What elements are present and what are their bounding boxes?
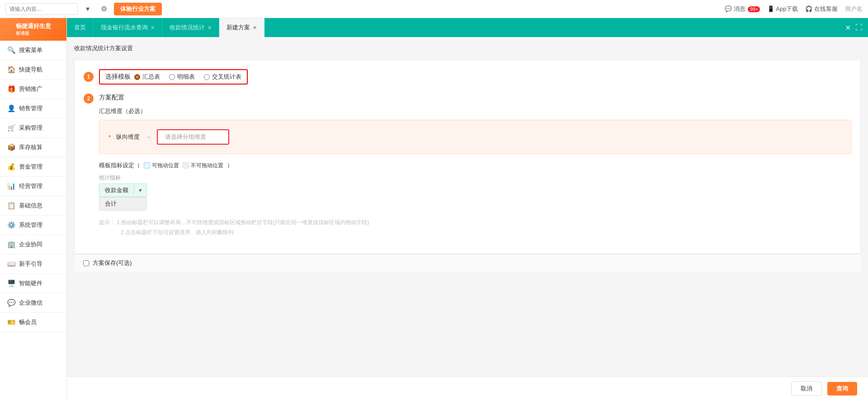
finance-icon: 💰 — [7, 163, 15, 171]
sidebar-item-basic-info[interactable]: 📋基础信息 — [0, 196, 66, 216]
indicator-tags: 统计指标 收款金额 ▼ 合计 — [99, 174, 851, 211]
radio-detail-input[interactable] — [169, 74, 175, 80]
indicator-title-close: ） — [227, 161, 233, 169]
sidebar-item-quick-nav[interactable]: 🏠快捷导航 — [0, 60, 66, 80]
subtotal-tag: 合计 — [99, 197, 147, 211]
main-container: 畅捷通好生意 标准版 🔍搜索菜单🏠快捷导航🎁营销推广👤销售管理🛒采购管理📦库存核… — [0, 18, 868, 400]
top-bar-right: 💬 消息 99+ 📱 App下载 🎧 在线客服 用户名 — [725, 5, 863, 13]
section-1-number: 1 — [84, 72, 94, 82]
tab-bar: 首页 现金银行流水查询 ✕ 收款情况统计 ✕ 新建方案 ✕ ✕ ⛶ — [67, 18, 868, 37]
query-button[interactable]: 查询 — [827, 382, 857, 395]
tab-close-btn[interactable]: ✕ — [845, 24, 851, 32]
indicator-column: 统计指标 收款金额 ▼ 合计 — [99, 174, 147, 211]
sidebar-item-enterprise[interactable]: 🏢企业协同 — [0, 235, 66, 254]
sidebar-item-inventory[interactable]: 📦库存核算 — [0, 138, 66, 157]
sidebar-item-label: 经营管理 — [19, 182, 42, 190]
sidebar-item-label: 库存核算 — [19, 143, 42, 151]
radio-summary-label: 汇总表 — [142, 73, 160, 81]
sidebar-item-guide[interactable]: 📖新手引导 — [0, 254, 66, 274]
content-area: 首页 现金银行流水查询 ✕ 收款情况统计 ✕ 新建方案 ✕ ✕ ⛶ 收款情况统计… — [67, 18, 868, 400]
tab-new-plan[interactable]: 新建方案 ✕ — [219, 18, 264, 37]
tip-2: 2.点击标题栏下拉可设置排序、插入列和删除列 — [99, 228, 851, 238]
tab-new-plan-close[interactable]: ✕ — [253, 25, 257, 31]
radio-summary-input[interactable] — [134, 74, 140, 80]
radio-cross[interactable]: 交叉统计表 — [204, 73, 241, 81]
sidebar-item-wechat[interactable]: 💬企业微信 — [0, 293, 66, 313]
logo-text: 畅捷通好生意 — [16, 22, 51, 30]
notification-label: 消息 — [734, 5, 745, 12]
dimension-select[interactable]: 请选择分组维度 — [157, 129, 229, 145]
sidebar-item-label: 畅会员 — [19, 318, 37, 326]
sidebar-item-label: 企业协同 — [19, 240, 42, 249]
section-1: 1 选择模板 汇总表 明细表 — [84, 69, 851, 85]
sidebar-item-label: 搜索菜单 — [19, 46, 42, 54]
sidebar-item-label: 销售管理 — [19, 104, 42, 113]
logo-sub: 标准版 — [16, 30, 51, 37]
save-checkbox[interactable] — [83, 260, 89, 266]
notification-badge: 99+ — [748, 6, 760, 12]
section-2-number: 2 — [84, 94, 94, 104]
marketing-icon: 🎁 — [7, 85, 15, 93]
sidebar-item-member[interactable]: 🎫畅会员 — [0, 313, 66, 332]
tab-home[interactable]: 首页 — [67, 18, 94, 37]
tab-collection-stat-close[interactable]: ✕ — [208, 25, 212, 31]
tab-collection-stat[interactable]: 收款情况统计 ✕ — [162, 18, 219, 37]
dimension-row: * 纵向维度 → 请选择分组维度 — [108, 129, 842, 145]
app-download-link[interactable]: 📱 App下载 — [767, 5, 798, 13]
sidebar-item-label: 智能硬件 — [19, 279, 42, 287]
settings-icon[interactable]: ⚙ — [98, 3, 110, 15]
radio-detail-label: 明细表 — [177, 73, 195, 81]
page-title: 收款情况统计方案设置 — [74, 44, 861, 52]
template-section: 选择模板 汇总表 明细表 — [99, 69, 248, 85]
indicator-title-text: 模板指标设定（ — [99, 161, 140, 169]
dimension-placeholder: 请选择分组维度 — [165, 133, 206, 140]
inventory-icon: 📦 — [7, 143, 15, 151]
radio-group: 汇总表 明细表 交叉统计表 — [134, 73, 241, 81]
online-service-link[interactable]: 🎧 在线客服 — [805, 5, 838, 13]
bottom-bar: 取消 查询 — [67, 376, 868, 400]
sidebar-item-system[interactable]: ⚙️系统管理 — [0, 216, 66, 235]
guide-icon: 📖 — [7, 260, 15, 268]
tag-dropdown-icon[interactable]: ▼ — [134, 185, 146, 195]
system-icon: ⚙️ — [7, 221, 15, 229]
indicator-section: 模板指标设定（ 可拖动位置 不可拖动位置 ） — [99, 161, 851, 211]
radio-cross-input[interactable] — [204, 74, 210, 80]
tab-bank-flow[interactable]: 现金银行流水查询 ✕ — [94, 18, 162, 37]
section-2-label: 方案配置 — [99, 94, 851, 102]
cancel-button[interactable]: 取消 — [791, 381, 822, 396]
tab-actions: ✕ ⛶ — [840, 18, 868, 37]
top-bar-search-input[interactable] — [5, 3, 78, 15]
sidebar-item-purchase[interactable]: 🛒采购管理 — [0, 118, 66, 138]
config-card: 1 选择模板 汇总表 明细表 — [74, 60, 861, 254]
config-body: 方案配置 汇总维度（必选） * 纵向维度 → 请选择分组维度 — [99, 94, 851, 237]
undraggable-dot — [183, 162, 189, 169]
trial-btn[interactable]: 体验行业方案 — [114, 3, 162, 15]
sidebar-item-label: 企业微信 — [19, 299, 42, 307]
tab-bank-flow-close[interactable]: ✕ — [151, 25, 155, 31]
sidebar-item-label: 采购管理 — [19, 124, 42, 132]
radio-detail[interactable]: 明细表 — [169, 73, 195, 81]
dimension-label: 纵向维度 — [116, 133, 140, 141]
sidebar-item-sales[interactable]: 👤销售管理 — [0, 99, 66, 118]
sidebar-item-label: 资金管理 — [19, 163, 42, 171]
operations-icon: 📊 — [7, 182, 15, 190]
sidebar-item-label: 系统管理 — [19, 221, 42, 229]
sidebar-item-marketing[interactable]: 🎁营销推广 — [0, 80, 66, 99]
sidebar-item-search-menu[interactable]: 🔍搜索菜单 — [0, 41, 66, 60]
subtotal-label: 合计 — [105, 200, 117, 208]
indicator-tag-group: 收款金额 ▼ 合计 — [99, 184, 147, 211]
tab-new-plan-label: 新建方案 — [226, 24, 250, 32]
top-bar: ▾ ⚙ 体验行业方案 💬 消息 99+ 📱 App下载 🎧 在线客服 用户名 — [0, 0, 868, 18]
quick-nav-icon: 🏠 — [7, 66, 15, 74]
radio-summary[interactable]: 汇总表 — [134, 73, 160, 81]
tab-bank-flow-label: 现金银行流水查询 — [101, 24, 148, 32]
dropdown-icon[interactable]: ▾ — [81, 3, 94, 15]
sidebar-item-hardware[interactable]: 🖥️智能硬件 — [0, 274, 66, 293]
sidebar-item-finance[interactable]: 💰资金管理 — [0, 157, 66, 177]
notification-area[interactable]: 💬 消息 99+ — [725, 5, 760, 13]
sidebar-item-operations[interactable]: 📊经营管理 — [0, 177, 66, 196]
section-1-label: 选择模板 — [105, 73, 131, 81]
tab-expand-btn[interactable]: ⛶ — [855, 24, 863, 32]
user-name[interactable]: 用户名 — [845, 5, 863, 13]
required-star: * — [108, 134, 111, 141]
